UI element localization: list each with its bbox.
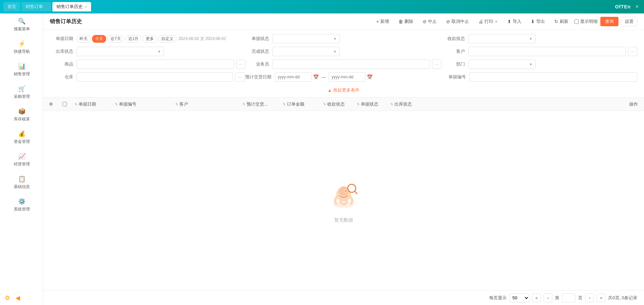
print-button[interactable]: 🖨 打印 ▼ xyxy=(475,17,501,26)
complete-status-select[interactable]: ▼ xyxy=(272,47,340,56)
th-receipt[interactable]: ⇅ 收款状态 xyxy=(320,101,354,107)
th-ops: 操作 xyxy=(421,101,641,107)
warehouse-input[interactable] xyxy=(77,72,233,82)
collapse-sidebar-icon[interactable]: ◀ xyxy=(15,294,20,302)
prev-page-btn[interactable]: ‹ xyxy=(544,294,552,302)
date-btn-custom[interactable]: 自定义 xyxy=(158,35,176,43)
th-settings[interactable]: ⚙ xyxy=(46,102,60,107)
product-ellipsis[interactable]: ··· xyxy=(236,60,246,69)
receipt-status-select[interactable]: ▼ xyxy=(468,34,535,43)
customer-input[interactable] xyxy=(468,47,626,56)
page-suffix-label: 页 xyxy=(578,295,583,301)
import-button[interactable]: ⬆ 导入 xyxy=(504,17,525,26)
tab-sales-order-history[interactable]: 销售订单历史 × xyxy=(52,2,91,11)
th-order-no[interactable]: ⇅ 单据编号 xyxy=(112,101,173,107)
total-info: 共0页, 0条记录 xyxy=(608,295,637,301)
sidebar-item-inventory-mgmt[interactable]: 📦 库存核算 xyxy=(0,104,43,126)
delivery-date-end-cal[interactable]: 📅 xyxy=(367,74,373,80)
delivery-date-start[interactable] xyxy=(275,72,312,82)
window-close-btn[interactable]: × xyxy=(634,3,641,10)
settings-button[interactable]: 设置 xyxy=(621,17,637,26)
th-status-label: 单据状态 xyxy=(361,101,378,107)
delivery-date-start-cal[interactable]: 📅 xyxy=(313,74,319,80)
delete-button[interactable]: 🗑 删除 xyxy=(395,17,417,26)
sidebar-item-quick-nav[interactable]: ⚡ 快捷导航 xyxy=(0,36,43,59)
purchase-mgmt-icon: 🛒 xyxy=(18,85,26,92)
sidebar-item-search-menu[interactable]: 🔍 搜索菜单 xyxy=(0,13,43,36)
table-header: ⚙ ⇅ 单据日期 ⇅ 单据编号 ⇅ 客户 ⇅ xyxy=(43,98,644,111)
th-customer[interactable]: ⇅ 客户 xyxy=(173,101,240,107)
department-select[interactable]: ▼ xyxy=(468,60,535,69)
next-page-btn[interactable]: › xyxy=(585,294,594,302)
product-input[interactable] xyxy=(77,60,234,69)
sidebar-item-finance-mgmt[interactable]: 💰 资金管理 xyxy=(0,126,43,149)
display-toggle[interactable]: 显示明细 xyxy=(574,18,598,25)
th-out[interactable]: ⇅ 出库状态 xyxy=(388,101,421,107)
sidebar-item-sales-mgmt[interactable]: 📊 销售管理 xyxy=(0,59,43,81)
salesperson-input[interactable] xyxy=(272,60,430,69)
import-label: 导入 xyxy=(513,18,521,25)
collapse-btn[interactable]: ▲ 收起更多条件 xyxy=(50,85,637,93)
per-page-select[interactable]: 50 10 20 100 xyxy=(509,294,529,302)
query-button[interactable]: 查询 xyxy=(600,17,618,26)
refresh-label: 刷新 xyxy=(560,18,568,25)
sidebar-item-operations-mgmt[interactable]: 📈 经营管理 xyxy=(0,149,43,171)
order-no-input[interactable] xyxy=(469,72,637,82)
order-status-select[interactable]: ▼ xyxy=(272,34,340,43)
tab-sales-order[interactable]: 销售订单 × xyxy=(22,2,51,11)
sidebar-item-operations-mgmt-label: 经营管理 xyxy=(14,161,30,167)
add-label: 新增 xyxy=(380,18,389,25)
out-status-select[interactable]: ▼ xyxy=(77,47,164,56)
date-btn-last1m[interactable]: 近1月 xyxy=(125,35,142,43)
last-page-btn[interactable]: » xyxy=(597,294,605,302)
date-btn-more[interactable]: 更多 xyxy=(143,35,157,43)
display-toggle-checkbox[interactable] xyxy=(574,20,579,24)
date-btn-today[interactable]: 今天 xyxy=(92,35,106,43)
first-page-btn[interactable]: « xyxy=(532,294,541,302)
warehouse-control: ··· xyxy=(77,72,245,82)
next-page-icon: › xyxy=(589,295,590,300)
table-area: ⚙ ⇅ 单据日期 ⇅ 单据编号 ⇅ 客户 ⇅ xyxy=(43,98,644,290)
tab-sales-order-close[interactable]: × xyxy=(45,5,47,9)
customer-ellipsis[interactable]: ··· xyxy=(628,47,637,56)
sidebar-item-purchase-mgmt[interactable]: 🛒 采购管理 xyxy=(0,81,43,104)
date-filter-control: 昨天 今天 近7天 近1月 更多 自定义 2023-06-02 至 2023-0… xyxy=(77,35,246,43)
th-date[interactable]: ⇅ 单据日期 xyxy=(72,101,112,107)
sidebar-item-system-mgmt[interactable]: ⚙️ 系统管理 xyxy=(0,194,43,216)
export-button[interactable]: ⬇ 导出 xyxy=(527,17,548,26)
th-status[interactable]: ⇅ 单据状态 xyxy=(354,101,388,107)
sidebar-item-quick-nav-label: 快捷导航 xyxy=(14,49,30,54)
th-delivery[interactable]: ⇅ 预计交货... xyxy=(240,101,280,107)
delivery-date-end[interactable] xyxy=(329,72,366,82)
print-label: 打印 xyxy=(484,18,493,25)
sidebar-item-basic-info[interactable]: 📋 基础信息 xyxy=(0,171,43,194)
settings-bottom-icon[interactable]: ⚙ xyxy=(5,294,10,302)
salesperson-control: ··· xyxy=(272,60,441,69)
delivery-date-label: 预计交货日期 xyxy=(245,74,275,80)
cancel-stop-label: 取消中止 xyxy=(452,18,469,25)
search-menu-icon: 🔍 xyxy=(18,17,26,25)
settings-icon: ⚙ xyxy=(49,102,53,107)
date-btn-yesterday[interactable]: 昨天 xyxy=(77,35,91,43)
filter-row-1: 单据日期 昨天 今天 近7天 近1月 更多 自定义 2023-06-02 至 2… xyxy=(50,34,637,43)
product-control: ··· xyxy=(77,60,246,69)
cancel-stop-button[interactable]: ⊘ 取消中止 xyxy=(443,17,472,26)
salesperson-ellipsis[interactable]: ··· xyxy=(432,60,441,69)
select-all-checkbox[interactable] xyxy=(62,102,67,106)
refresh-button[interactable]: ↻ 刷新 xyxy=(551,17,572,26)
top-bar: 首页 销售订单 × 销售订单历史 × OfTEn × xyxy=(0,0,644,13)
tab-sales-order-history-close[interactable]: × xyxy=(85,5,87,9)
add-button[interactable]: + 新增 xyxy=(373,17,392,26)
warehouse-ellipsis[interactable]: ··· xyxy=(235,72,245,82)
th-amount[interactable]: ⇅ 订单金额 xyxy=(280,101,320,107)
stop-button[interactable]: ⊘ 中止 xyxy=(419,17,440,26)
add-icon: + xyxy=(376,19,379,24)
th-checkbox[interactable] xyxy=(60,102,72,106)
date-btn-last7[interactable]: 近7天 xyxy=(108,35,124,43)
tab-home[interactable]: 首页 xyxy=(3,2,20,11)
current-page-input[interactable]: 1 xyxy=(562,294,575,302)
per-page-label: 每页显示 xyxy=(489,295,507,301)
th-order-no-sort-icon: ⇅ xyxy=(115,102,118,106)
basic-info-icon: 📋 xyxy=(18,175,26,183)
sidebar-item-basic-info-label: 基础信息 xyxy=(14,184,30,190)
